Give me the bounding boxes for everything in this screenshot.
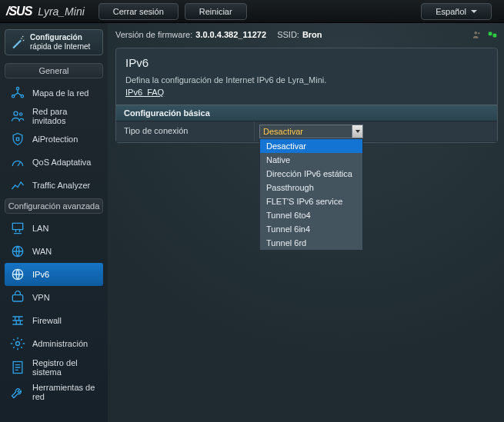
sidebar-item-label: Firewall <box>32 316 62 325</box>
sidebar-item-system-log[interactable]: Registro del sistema <box>5 355 103 380</box>
svg-point-15 <box>478 32 479 34</box>
wrench-icon <box>9 384 26 400</box>
status-icons <box>472 29 498 40</box>
firmware-label: Versión de firmware: <box>115 30 192 39</box>
connection-type-dropdown: DesactivarNativeDirección IPv6 estáticaP… <box>259 138 363 251</box>
chevron-down-icon <box>471 10 477 13</box>
gear-icon <box>9 335 26 352</box>
guest-network-icon <box>9 108 26 125</box>
sidebar-item-label: Administración <box>32 339 88 348</box>
sidebar-item-label: LAN <box>32 224 48 233</box>
section-advanced-header: Configuración avanzada <box>5 198 103 214</box>
connection-type-option[interactable]: Desactivar <box>260 139 362 153</box>
svg-point-12 <box>16 342 20 346</box>
ssid-label: SSID: <box>277 30 299 39</box>
sidebar-item-wan[interactable]: WAN <box>5 240 103 263</box>
sidebar-item-label: Mapa de la red <box>32 88 88 98</box>
brand-logo: /SUS <box>6 5 32 18</box>
globe-icon <box>9 243 26 260</box>
sidebar-item-guest-network[interactable]: Red para invitados <box>5 105 103 128</box>
sidebar-item-qos[interactable]: QoS Adaptativa <box>5 151 103 174</box>
sidebar-item-label: QoS Adaptativa <box>32 158 91 167</box>
sidebar-item-firewall[interactable]: Firewall <box>5 309 103 332</box>
sidebar-item-label: Herramientas de red <box>32 383 95 401</box>
quick-internet-setup-button[interactable]: Configuraciónrápida de Internet <box>5 29 103 55</box>
connection-type-option[interactable]: FLET'S IPv6 service <box>260 194 362 208</box>
svg-point-3 <box>16 88 18 90</box>
sidebar-item-label: Red para invitados <box>32 107 98 125</box>
language-selector[interactable]: Español <box>421 3 492 20</box>
svg-rect-8 <box>16 138 18 140</box>
svg-point-0 <box>21 38 22 39</box>
page-description: Defina la configuración de Internet IPv6… <box>116 75 497 88</box>
sidebar-item-label: Registro del sistema <box>32 358 78 377</box>
basic-config-header: Configuración básica <box>116 105 497 121</box>
svg-point-6 <box>14 111 18 115</box>
sidebar-item-ipv6[interactable]: IPv6 <box>5 263 103 286</box>
sidebar-item-label: VPN <box>32 293 50 302</box>
users-icon[interactable] <box>472 29 482 40</box>
sidebar-item-label: AiProtection <box>32 135 78 144</box>
page-title: IPv6 <box>116 48 497 75</box>
firmware-line: Versión de firmware: 3.0.0.4.382_11272 S… <box>115 29 498 40</box>
shield-lock-icon <box>9 131 26 148</box>
sidebar-item-traffic-analyzer[interactable]: Traffic Analyzer <box>5 174 103 197</box>
qis-label: Configuraciónrápida de Internet <box>30 33 90 52</box>
connection-type-value: Desactivar <box>263 127 303 136</box>
svg-point-14 <box>475 32 478 35</box>
connection-type-option[interactable]: Dirección IPv6 estática <box>260 167 362 181</box>
connection-type-option[interactable]: Tunnel 6rd <box>260 236 362 250</box>
log-icon <box>9 359 26 376</box>
sidebar: Configuraciónrápida de Internet General … <box>0 23 108 422</box>
connection-type-select[interactable]: Desactivar <box>259 125 363 138</box>
connection-type-option[interactable]: Tunnel 6to4 <box>260 208 362 222</box>
gauge-icon <box>9 154 26 171</box>
link-status-icon[interactable] <box>487 29 498 40</box>
firewall-icon <box>9 312 26 329</box>
logout-button[interactable]: Cerrar sesión <box>98 3 179 20</box>
svg-rect-17 <box>493 34 497 38</box>
svg-point-1 <box>23 40 25 42</box>
sidebar-item-lan[interactable]: LAN <box>5 217 103 240</box>
connection-type-option[interactable]: Passthrough <box>260 181 362 194</box>
chevron-down-icon <box>352 125 362 138</box>
svg-rect-11 <box>12 295 22 301</box>
connection-type-option[interactable]: Tunnel 6in4 <box>260 222 362 236</box>
sidebar-item-label: IPv6 <box>32 270 49 279</box>
language-label: Español <box>436 7 466 16</box>
content-area: Versión de firmware: 3.0.0.4.382_11272 S… <box>108 23 504 422</box>
svg-point-7 <box>20 113 22 115</box>
ipv6-panel: IPv6 Defina la configuración de Internet… <box>115 48 498 143</box>
sidebar-item-vpn[interactable]: VPN <box>5 286 103 309</box>
network-map-icon <box>9 85 26 101</box>
sidebar-item-label: WAN <box>32 247 52 256</box>
svg-rect-16 <box>489 32 492 36</box>
brand-model: Lyra_Mini <box>38 5 84 18</box>
magic-wand-icon <box>10 35 25 50</box>
vpn-icon <box>9 289 26 306</box>
lan-icon <box>9 220 26 237</box>
connection-type-label: Tipo de conexión <box>116 121 255 141</box>
sidebar-item-aiprotection[interactable]: AiProtection <box>5 128 103 151</box>
connection-type-option[interactable]: Native <box>260 153 362 167</box>
connection-type-row: Tipo de conexión Desactivar DesactivarNa… <box>116 121 497 142</box>
reboot-button[interactable]: Reiniciar <box>185 3 247 20</box>
sidebar-item-label: Traffic Analyzer <box>32 181 90 190</box>
top-bar: /SUS Lyra_Mini Cerrar sesión Reiniciar E… <box>0 0 504 23</box>
ipv6-faq-link[interactable]: IPv6_FAQ <box>116 88 173 105</box>
traffic-icon <box>9 177 26 194</box>
svg-point-2 <box>22 36 24 38</box>
sidebar-item-network-map[interactable]: Mapa de la red <box>5 81 103 105</box>
section-general-header: General <box>5 63 103 78</box>
globe-icon <box>9 266 26 283</box>
sidebar-item-network-tools[interactable]: Herramientas de red <box>5 380 103 404</box>
ssid-value: Bron <box>302 30 322 39</box>
firmware-version: 3.0.0.4.382_11272 <box>195 30 266 39</box>
sidebar-item-administration[interactable]: Administración <box>5 332 103 355</box>
